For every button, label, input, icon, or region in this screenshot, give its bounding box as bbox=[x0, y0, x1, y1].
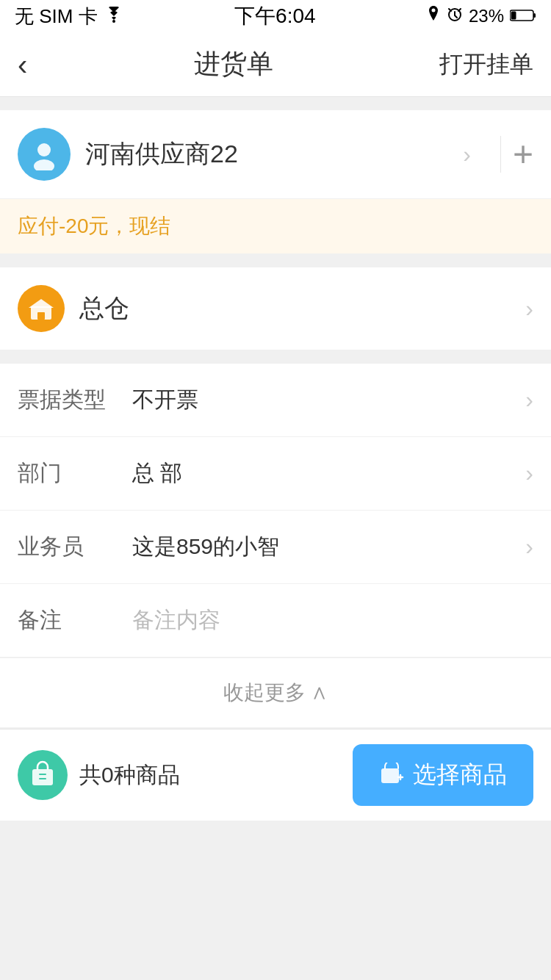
page-title: 进货单 bbox=[194, 46, 273, 82]
invoice-row[interactable]: 票据类型 不开票 › bbox=[0, 364, 551, 437]
location-icon bbox=[426, 6, 441, 26]
section-divider-2 bbox=[0, 350, 551, 364]
section-divider-top bbox=[0, 97, 551, 110]
department-row[interactable]: 部门 总 部 › bbox=[0, 437, 551, 511]
info-banner: 应付-20元，现结 bbox=[0, 199, 551, 254]
collapse-row[interactable]: 收起更多 ∧ bbox=[0, 657, 551, 727]
svg-rect-11 bbox=[39, 774, 46, 775]
main-background bbox=[0, 821, 551, 980]
supplier-row[interactable]: 河南供应商22 › + bbox=[0, 110, 551, 199]
svg-marker-8 bbox=[29, 299, 54, 308]
section-divider-1 bbox=[0, 254, 551, 267]
svg-rect-3 bbox=[533, 13, 536, 18]
add-supplier-button[interactable]: + bbox=[513, 137, 533, 172]
select-product-button[interactable]: 选择商品 bbox=[353, 744, 533, 806]
battery-percentage: 23% bbox=[469, 6, 504, 26]
department-label: 部门 bbox=[18, 458, 120, 489]
remark-label: 备注 bbox=[18, 605, 120, 635]
salesman-row[interactable]: 业务员 这是859的小智 › bbox=[0, 511, 551, 584]
salesman-chevron-icon: › bbox=[525, 533, 533, 561]
bottom-section: 共0种商品 选择商品 bbox=[0, 729, 551, 821]
svg-point-0 bbox=[112, 20, 115, 23]
form-section: 票据类型 不开票 › 部门 总 部 › 业务员 这是859的小智 › 备注 备注… bbox=[0, 364, 551, 727]
warehouse-chevron-icon: › bbox=[525, 295, 533, 323]
svg-rect-10 bbox=[32, 769, 53, 785]
svg-rect-12 bbox=[39, 778, 46, 779]
department-chevron-icon: › bbox=[525, 460, 533, 487]
nav-bar: ‹ 进货单 打开挂单 bbox=[0, 32, 551, 97]
back-button[interactable]: ‹ bbox=[18, 50, 27, 79]
status-bar: 无 SIM 卡 下午6:04 23% bbox=[0, 0, 551, 32]
department-value: 总 部 bbox=[120, 458, 525, 489]
product-count: 共0种商品 bbox=[79, 760, 353, 790]
status-time: 下午6:04 bbox=[234, 2, 316, 30]
svg-rect-13 bbox=[381, 768, 399, 783]
status-carrier: 无 SIM 卡 bbox=[15, 4, 124, 29]
invoice-label: 票据类型 bbox=[18, 385, 120, 415]
carrier-text: 无 SIM 卡 bbox=[15, 4, 98, 29]
supplier-avatar bbox=[18, 128, 71, 181]
invoice-value: 不开票 bbox=[120, 385, 525, 415]
salesman-value: 这是859的小智 bbox=[120, 532, 525, 562]
select-product-label: 选择商品 bbox=[413, 759, 507, 791]
wifi-icon bbox=[104, 5, 124, 28]
svg-point-6 bbox=[34, 159, 54, 170]
alarm-icon bbox=[447, 6, 463, 26]
status-icons: 23% bbox=[426, 6, 536, 26]
battery-icon bbox=[510, 6, 536, 26]
remark-input[interactable]: 备注内容 bbox=[120, 605, 533, 635]
supplier-name: 河南供应商22 bbox=[85, 137, 463, 171]
open-pending-button[interactable]: 打开挂单 bbox=[439, 48, 533, 81]
warehouse-name: 总仓 bbox=[79, 292, 525, 325]
product-icon bbox=[18, 750, 68, 800]
salesman-label: 业务员 bbox=[18, 532, 120, 562]
supplier-section: 河南供应商22 › + 应付-20元，现结 bbox=[0, 110, 551, 254]
supplier-chevron-icon: › bbox=[463, 141, 471, 168]
invoice-chevron-icon: › bbox=[525, 386, 533, 414]
warehouse-icon bbox=[18, 285, 65, 332]
vertical-divider bbox=[500, 136, 501, 173]
collapse-label: 收起更多 ∧ bbox=[223, 679, 328, 707]
remark-row[interactable]: 备注 备注内容 bbox=[0, 584, 551, 657]
svg-rect-9 bbox=[37, 312, 45, 320]
warehouse-row[interactable]: 总仓 › bbox=[0, 267, 551, 350]
svg-point-5 bbox=[37, 143, 51, 156]
svg-rect-4 bbox=[511, 12, 516, 20]
